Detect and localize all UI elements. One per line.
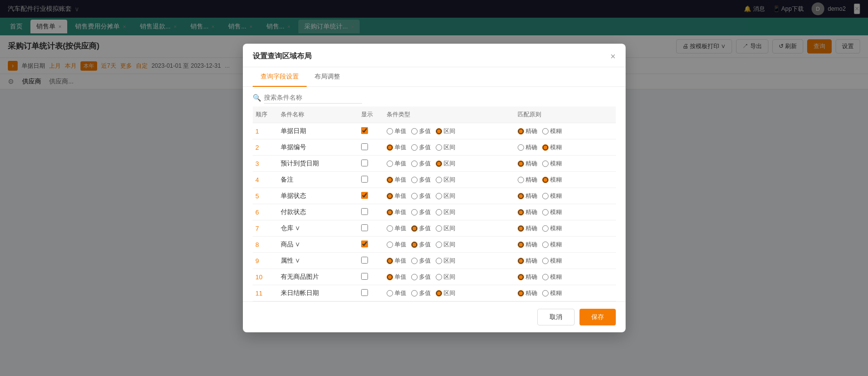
row-show-checkbox[interactable] [358, 123, 383, 139]
row-show-checkbox[interactable] [358, 220, 383, 237]
radio-type-type_single[interactable]: 单值 [387, 208, 406, 216]
radio-type-type_single[interactable]: 单值 [387, 192, 406, 200]
radio-type-type_single[interactable]: 单值 [387, 289, 406, 297]
radio-match-match_exact[interactable]: 精确 [518, 160, 537, 168]
show-checkbox[interactable] [361, 241, 368, 247]
table-row: 10有无商品图片单值多值区间精确模糊 [253, 269, 616, 285]
row-show-checkbox[interactable] [358, 285, 383, 301]
dialog-close-button[interactable]: × [610, 52, 616, 61]
radio-match-match_fuzzy[interactable]: 模糊 [542, 241, 562, 249]
radio-type-type_range[interactable]: 区间 [436, 208, 455, 216]
radio-match-match_exact[interactable]: 精确 [518, 289, 537, 297]
radio-type-type_range[interactable]: 区间 [436, 289, 455, 297]
row-show-checkbox[interactable] [358, 204, 383, 220]
row-match-group: 精确模糊 [515, 220, 616, 237]
show-checkbox[interactable] [361, 289, 368, 296]
radio-type-type_multi[interactable]: 多值 [411, 160, 431, 168]
radio-type-type_multi[interactable]: 多值 [411, 241, 431, 249]
show-checkbox[interactable] [361, 257, 368, 264]
row-show-checkbox[interactable] [358, 139, 383, 156]
radio-type-type_single[interactable]: 单值 [387, 257, 406, 265]
row-show-checkbox[interactable] [358, 237, 383, 253]
search-input[interactable] [264, 92, 362, 104]
radio-type-type_single[interactable]: 单值 [387, 273, 406, 281]
show-checkbox[interactable] [361, 160, 368, 166]
radio-type-type_single[interactable]: 单值 [387, 241, 406, 249]
radio-match-match_exact[interactable]: 精确 [518, 241, 537, 249]
radio-match-match_exact[interactable]: 精确 [518, 192, 537, 200]
radio-type-type_multi[interactable]: 多值 [411, 143, 431, 152]
radio-type-type_range[interactable]: 区间 [436, 176, 455, 184]
radio-type-type_single[interactable]: 单值 [387, 176, 406, 184]
radio-match-match_exact[interactable]: 精确 [518, 273, 537, 281]
radio-type-type_single[interactable]: 单值 [387, 127, 406, 135]
radio-match-match_fuzzy[interactable]: 模糊 [542, 208, 562, 216]
row-type-group: 单值多值区间 [384, 172, 515, 188]
row-order: 1 [253, 123, 278, 139]
show-checkbox[interactable] [361, 143, 368, 150]
radio-match-match_fuzzy[interactable]: 模糊 [542, 257, 562, 265]
radio-match-match_fuzzy[interactable]: 模糊 [542, 176, 562, 184]
radio-type-type_range[interactable]: 区间 [436, 143, 455, 152]
show-checkbox[interactable] [361, 224, 368, 231]
table-row: 4备注单值多值区间精确模糊 [253, 172, 616, 188]
radio-type-type_multi[interactable]: 多值 [411, 224, 431, 233]
radio-type-type_multi[interactable]: 多值 [411, 257, 431, 265]
radio-type-type_multi[interactable]: 多值 [411, 273, 431, 281]
radio-type-type_single[interactable]: 单值 [387, 160, 406, 168]
radio-match-match_fuzzy[interactable]: 模糊 [542, 127, 562, 135]
row-condition-name: 预计到货日期 [278, 156, 358, 172]
row-condition-name: 仓库 ∨ [278, 220, 358, 237]
row-type-group: 单值多值区间 [384, 269, 515, 285]
radio-match-match_exact[interactable]: 精确 [518, 127, 537, 135]
radio-match-match_fuzzy[interactable]: 模糊 [542, 192, 562, 200]
dialog-tab-fields[interactable]: 查询字段设置 [253, 67, 307, 87]
row-show-checkbox[interactable] [358, 269, 383, 285]
show-checkbox[interactable] [361, 192, 368, 199]
col-name: 条件名称 [278, 107, 358, 123]
show-checkbox[interactable] [361, 127, 368, 134]
dialog-footer: 取消 保存 [243, 301, 626, 332]
row-order: 11 [253, 285, 278, 301]
radio-type-type_range[interactable]: 区间 [436, 127, 455, 135]
row-show-checkbox[interactable] [358, 253, 383, 269]
show-checkbox[interactable] [361, 176, 368, 183]
radio-type-type_range[interactable]: 区间 [436, 160, 455, 168]
dialog-tab-layout[interactable]: 布局调整 [307, 67, 348, 87]
radio-match-match_fuzzy[interactable]: 模糊 [542, 224, 562, 233]
radio-match-match_exact[interactable]: 精确 [518, 257, 537, 265]
radio-type-type_multi[interactable]: 多值 [411, 208, 431, 216]
row-show-checkbox[interactable] [358, 172, 383, 188]
show-checkbox[interactable] [361, 208, 368, 215]
row-order: 7 [253, 220, 278, 237]
radio-type-type_range[interactable]: 区间 [436, 241, 455, 249]
row-show-checkbox[interactable] [358, 156, 383, 172]
cancel-button[interactable]: 取消 [537, 309, 575, 325]
radio-match-match_fuzzy[interactable]: 模糊 [542, 143, 562, 152]
radio-type-type_multi[interactable]: 多值 [411, 192, 431, 200]
radio-match-match_fuzzy[interactable]: 模糊 [542, 289, 562, 297]
radio-type-type_multi[interactable]: 多值 [411, 176, 431, 184]
radio-type-type_range[interactable]: 区间 [436, 192, 455, 200]
radio-type-type_single[interactable]: 单值 [387, 143, 406, 152]
radio-type-type_range[interactable]: 区间 [436, 257, 455, 265]
radio-match-match_exact[interactable]: 精确 [518, 176, 537, 184]
save-button[interactable]: 保存 [579, 309, 616, 325]
radio-match-match_exact[interactable]: 精确 [518, 224, 537, 233]
radio-type-type_range[interactable]: 区间 [436, 224, 455, 233]
radio-type-type_multi[interactable]: 多值 [411, 127, 431, 135]
radio-match-match_fuzzy[interactable]: 模糊 [542, 160, 562, 168]
row-match-group: 精确模糊 [515, 156, 616, 172]
row-order: 6 [253, 204, 278, 220]
radio-type-type_single[interactable]: 单值 [387, 224, 406, 233]
row-show-checkbox[interactable] [358, 188, 383, 204]
modal-overlay: 设置查询区域布局 × 查询字段设置 布局调整 🔍 [0, 0, 868, 376]
radio-match-match_exact[interactable]: 精确 [518, 208, 537, 216]
row-type-group: 单值多值区间 [384, 139, 515, 156]
radio-match-match_exact[interactable]: 精确 [518, 143, 537, 152]
radio-match-match_fuzzy[interactable]: 模糊 [542, 273, 562, 281]
radio-type-type_multi[interactable]: 多值 [411, 289, 431, 297]
show-checkbox[interactable] [361, 273, 368, 280]
row-type-group: 单值多值区间 [384, 188, 515, 204]
radio-type-type_range[interactable]: 区间 [436, 273, 455, 281]
